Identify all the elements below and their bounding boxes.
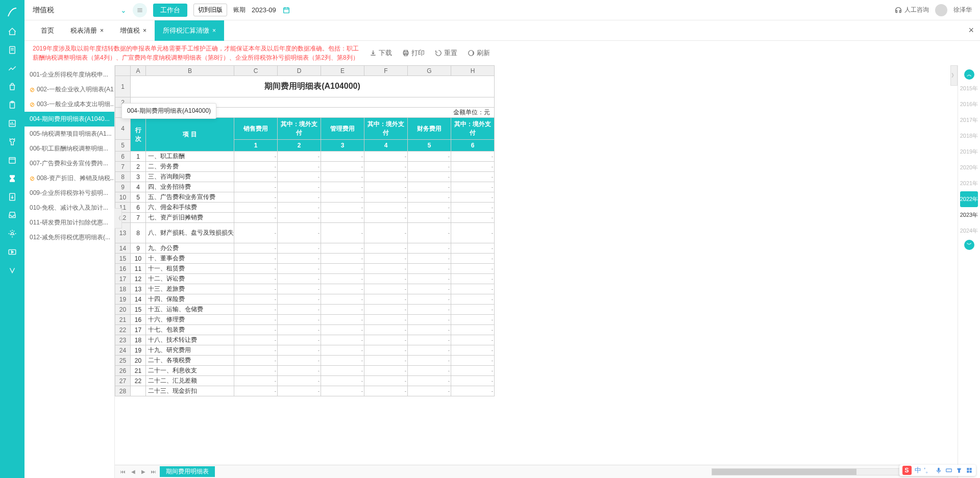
row-header[interactable]: 15 — [115, 254, 131, 264]
data-cell[interactable]: - — [408, 254, 451, 264]
data-cell[interactable]: - — [451, 152, 495, 162]
data-cell[interactable]: - — [321, 192, 364, 203]
close-icon[interactable]: × — [143, 27, 146, 34]
data-cell[interactable]: - — [278, 366, 321, 376]
data-cell[interactable]: - — [234, 243, 278, 254]
data-cell[interactable]: - — [364, 254, 408, 264]
data-cell[interactable]: - — [234, 386, 278, 396]
data-cell[interactable]: - — [364, 284, 408, 294]
data-cell[interactable]: - — [278, 345, 321, 356]
ime-lang[interactable]: 中 — [915, 466, 921, 475]
data-cell[interactable]: - — [278, 356, 321, 366]
data-cell[interactable]: - — [408, 192, 451, 203]
row-header[interactable]: 4 — [115, 118, 131, 140]
data-cell[interactable]: - — [364, 162, 408, 172]
reset-button[interactable]: 重置 — [435, 48, 457, 58]
data-cell[interactable]: - — [234, 376, 278, 386]
data-cell[interactable]: - — [321, 172, 364, 182]
row-header[interactable]: 22 — [115, 325, 131, 335]
form-item-004[interactable]: 004-期间费用明细表(A1040... — [24, 112, 114, 127]
col-header[interactable]: D — [278, 66, 321, 76]
year-item[interactable]: 2023年 — [959, 207, 979, 223]
data-cell[interactable]: - — [451, 325, 495, 335]
data-cell[interactable]: - — [321, 325, 364, 335]
refresh-button[interactable]: 刷新 — [468, 48, 490, 58]
data-cell[interactable]: - — [364, 345, 408, 356]
ime-skin-icon[interactable] — [955, 467, 963, 474]
row-header[interactable]: 26 — [115, 366, 131, 376]
data-cell[interactable]: - — [234, 192, 278, 203]
row-header[interactable]: 17 — [115, 274, 131, 284]
data-cell[interactable]: - — [321, 203, 364, 213]
data-cell[interactable]: - — [408, 376, 451, 386]
data-cell[interactable]: - — [451, 213, 495, 223]
data-cell[interactable]: - — [278, 182, 321, 192]
collapse-handle[interactable]: 《 — [115, 208, 122, 229]
data-cell[interactable]: - — [408, 294, 451, 305]
data-cell[interactable]: - — [451, 162, 495, 172]
data-cell[interactable]: - — [321, 213, 364, 223]
bag-icon[interactable] — [7, 82, 17, 92]
data-cell[interactable]: - — [321, 376, 364, 386]
data-cell[interactable]: - — [234, 172, 278, 182]
data-cell[interactable]: - — [451, 305, 495, 315]
data-cell[interactable]: - — [408, 152, 451, 162]
tab-income-tax[interactable]: 所得税汇算清缴× — [155, 20, 224, 41]
data-cell[interactable]: - — [234, 264, 278, 274]
data-cell[interactable]: - — [364, 274, 408, 284]
data-cell[interactable]: - — [364, 376, 408, 386]
download-button[interactable]: 下载 — [370, 48, 392, 58]
sheet-last-icon[interactable]: ⏭ — [150, 468, 158, 476]
report-icon[interactable] — [7, 118, 17, 129]
data-cell[interactable]: - — [451, 315, 495, 325]
col-header[interactable]: F — [364, 66, 408, 76]
workspace-button[interactable]: 工作台 — [153, 4, 187, 17]
data-cell[interactable]: - — [234, 284, 278, 294]
row-header[interactable]: 16 — [115, 264, 131, 274]
data-cell[interactable]: - — [408, 213, 451, 223]
tab-home[interactable]: 首页 — [33, 20, 62, 41]
col-header[interactable]: A — [131, 66, 146, 76]
data-cell[interactable]: - — [278, 152, 321, 162]
menu-circle-button[interactable] — [133, 3, 147, 17]
data-cell[interactable]: - — [451, 356, 495, 366]
data-cell[interactable]: - — [278, 315, 321, 325]
spreadsheet[interactable]: ABCDEFGH1期间费用明细表(A104000)23金额单位：元4 行次 项 … — [115, 65, 958, 465]
data-cell[interactable]: - — [321, 152, 364, 162]
data-cell[interactable]: - — [234, 203, 278, 213]
video-icon[interactable] — [7, 247, 17, 257]
data-cell[interactable]: - — [364, 172, 408, 182]
data-cell[interactable]: - — [278, 254, 321, 264]
row-header[interactable]: 28 — [115, 386, 131, 396]
sheet-prev-icon[interactable]: ◀ — [129, 468, 137, 476]
data-cell[interactable]: - — [278, 172, 321, 182]
form-item-010[interactable]: 010-免税、减计收入及加计... — [24, 200, 114, 215]
data-cell[interactable]: - — [364, 294, 408, 305]
data-cell[interactable]: - — [234, 213, 278, 223]
data-cell[interactable]: - — [321, 223, 364, 243]
data-cell[interactable]: - — [364, 192, 408, 203]
home-icon[interactable] — [7, 27, 17, 37]
data-cell[interactable]: - — [451, 284, 495, 294]
tab-vat[interactable]: 增值税× — [112, 20, 155, 41]
settings-icon[interactable] — [7, 229, 17, 239]
ime-mic-icon[interactable] — [935, 467, 942, 474]
data-cell[interactable]: - — [451, 254, 495, 264]
row-header[interactable]: 27 — [115, 376, 131, 386]
data-cell[interactable]: - — [451, 386, 495, 396]
data-cell[interactable]: - — [234, 325, 278, 335]
doc-icon[interactable] — [7, 45, 17, 55]
data-cell[interactable]: - — [278, 376, 321, 386]
tax-type-dropdown[interactable]: 增值税 ⌄ — [33, 6, 127, 15]
data-cell[interactable]: - — [364, 213, 408, 223]
ime-keyboard-icon[interactable] — [945, 467, 952, 474]
data-cell[interactable]: - — [451, 376, 495, 386]
old-version-button[interactable]: 切到旧版 — [193, 4, 227, 16]
col-header[interactable]: G — [408, 66, 451, 76]
row-header[interactable]: 21 — [115, 315, 131, 325]
year-down-button[interactable]: ︾ — [964, 240, 974, 250]
data-cell[interactable]: - — [278, 162, 321, 172]
data-cell[interactable]: - — [278, 213, 321, 223]
data-cell[interactable]: - — [278, 294, 321, 305]
form-item-003[interactable]: ⊘003-一般企业成本支出明细... — [24, 97, 114, 112]
